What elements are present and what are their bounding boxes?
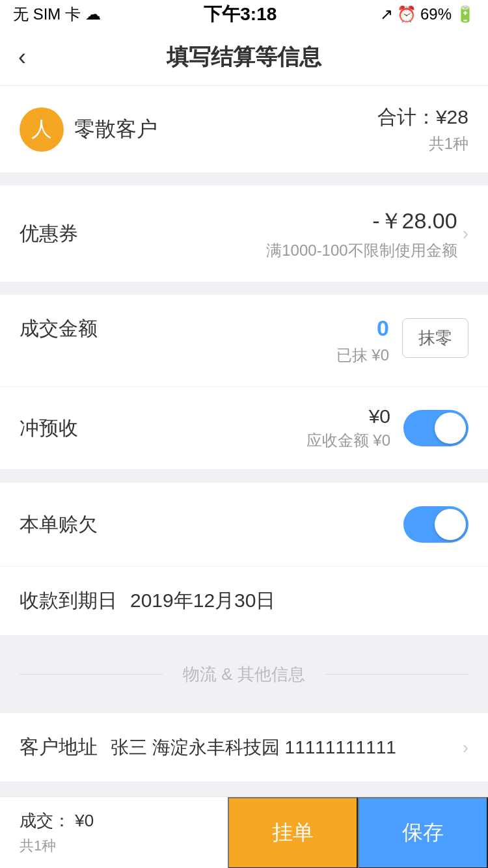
- pre-received-row: 冲预收 ¥0 应收金额 ¥0: [0, 387, 488, 470]
- pre-amount-value: ¥0: [306, 405, 390, 427]
- coupon-amount: -￥28.00: [372, 206, 457, 236]
- customer-left: 人 零散客户: [20, 107, 157, 152]
- divider-3: [0, 470, 488, 483]
- page-title: 填写结算等信息: [167, 42, 321, 72]
- deal-section: 成交金额 0 已抹 ¥0 抹零 冲预收 ¥0 应收金额 ¥0: [0, 295, 488, 470]
- pre-received-toggle[interactable]: [403, 410, 468, 446]
- save-button[interactable]: 保存: [358, 797, 488, 868]
- due-date-row: 收款到期日 2019年12月30日: [0, 566, 488, 635]
- coupon-chevron-icon: ›: [463, 223, 468, 244]
- deal-amount-label: 成交金额: [20, 316, 98, 342]
- back-button[interactable]: ‹: [18, 44, 26, 71]
- avatar-icon: 人: [31, 115, 52, 144]
- deal-amount-sub: 已抹 ¥0: [336, 345, 389, 366]
- coupon-desc: 满1000-100不限制使用金额: [266, 240, 457, 261]
- deal-amount-row: 成交金额 0 已抹 ¥0 抹零: [0, 295, 488, 387]
- credit-section: 本单赊欠 收款到期日 2019年12月30日: [0, 483, 488, 635]
- bottom-deal-label: 成交： ¥0: [20, 809, 208, 832]
- status-right: ↗ ⏰ 69% 🔋: [380, 5, 475, 23]
- customer-total: 合计：¥28: [377, 104, 468, 131]
- address-chevron-icon: ›: [463, 737, 468, 758]
- address-row[interactable]: 客户地址 张三 海淀永丰科技园 11111111111 ›: [0, 713, 488, 781]
- deal-amount-value: 0: [336, 316, 389, 341]
- logistics-header-text: 物流 & 其他信息: [183, 663, 305, 686]
- pre-amount-block: ¥0 应收金额 ¥0: [306, 405, 390, 451]
- due-date-value: 2019年12月30日: [130, 588, 275, 614]
- pre-amount-sub: 应收金额 ¥0: [306, 430, 390, 451]
- coupon-label: 优惠券: [20, 221, 78, 247]
- divider-5: [0, 700, 488, 713]
- customer-avatar: 人: [20, 107, 64, 152]
- due-date-label: 收款到期日: [20, 588, 117, 614]
- no-sim-text: 无 SIM 卡 ☁: [13, 4, 101, 25]
- bottom-info: 成交： ¥0 共1种: [0, 797, 228, 868]
- coupon-right: -￥28.00 满1000-100不限制使用金额 ›: [266, 206, 468, 261]
- customer-count: 共1种: [377, 133, 468, 154]
- pending-button[interactable]: 挂单: [228, 797, 358, 868]
- address-value: 张三 海淀永丰科技园 11111111111: [111, 735, 396, 760]
- divider-2: [0, 282, 488, 295]
- coupon-row[interactable]: 优惠券 -￥28.00 满1000-100不限制使用金额 ›: [0, 185, 488, 282]
- nav-bar: ‹ 填写结算等信息: [0, 29, 488, 86]
- battery-text: 69%: [420, 5, 452, 23]
- credit-toggle[interactable]: [403, 506, 468, 543]
- credit-label: 本单赊欠: [20, 511, 98, 538]
- alarm-icon: ⏰: [397, 5, 416, 23]
- round-zero-button[interactable]: 抹零: [402, 318, 468, 358]
- pre-right: ¥0 应收金额 ¥0: [306, 405, 468, 451]
- coupon-value-block: -￥28.00 满1000-100不限制使用金额: [266, 206, 457, 261]
- divider-1: [0, 172, 488, 185]
- logistics-line-right: [325, 674, 468, 675]
- bottom-count-label: 共1种: [20, 836, 208, 856]
- logistics-header: 物流 & 其他信息: [0, 648, 488, 700]
- divider-4: [0, 635, 488, 648]
- address-label: 客户地址: [20, 734, 98, 761]
- status-bar: 无 SIM 卡 ☁ 下午3:18 ↗ ⏰ 69% 🔋: [0, 0, 488, 29]
- battery-icon: 🔋: [455, 5, 475, 23]
- pre-received-label: 冲预收: [20, 415, 78, 442]
- location-icon: ↗: [380, 5, 393, 23]
- credit-row: 本单赊欠: [0, 483, 488, 566]
- logistics-line-left: [20, 674, 163, 675]
- customer-name: 零散客户: [74, 115, 157, 144]
- coupon-section: 优惠券 -￥28.00 满1000-100不限制使用金额 ›: [0, 185, 488, 282]
- customer-right: 合计：¥28 共1种: [377, 104, 468, 154]
- deal-amount-block: 0 已抹 ¥0: [336, 316, 389, 366]
- deal-right: 0 已抹 ¥0 抹零: [336, 316, 468, 366]
- bottom-bar: 成交： ¥0 共1种 挂单 保存: [0, 796, 488, 868]
- customer-row: 人 零散客户 合计：¥28 共1种: [0, 86, 488, 172]
- status-time: 下午3:18: [204, 2, 277, 27]
- status-left: 无 SIM 卡 ☁: [13, 4, 101, 25]
- address-left: 客户地址 张三 海淀永丰科技园 11111111111: [20, 734, 396, 761]
